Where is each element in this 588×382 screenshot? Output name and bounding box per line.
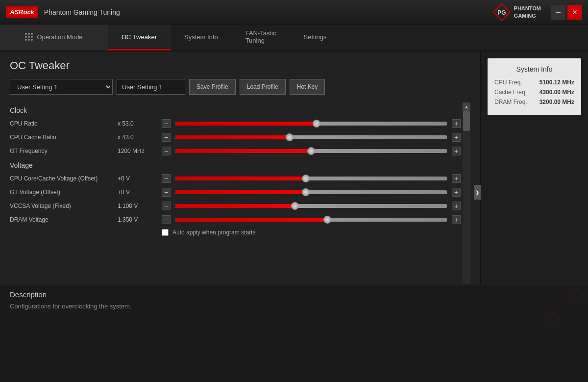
- hot-key-button[interactable]: Hot Key: [290, 79, 325, 95]
- nav-settings-label: Settings: [304, 33, 327, 41]
- nav-operation-label: Operation Mode: [37, 33, 82, 41]
- dram-voltage-track[interactable]: [175, 215, 447, 224]
- pg-icon: PG: [492, 3, 511, 22]
- cache-freq-row: Cache Freq. 4300.00 MHz: [494, 89, 574, 96]
- nav-fan-tastic[interactable]: FAN-TasticTuning: [232, 25, 290, 51]
- profile-name-input[interactable]: [117, 79, 185, 95]
- vccsa-voltage-row: VCCSA Voltage (Fixed) 1.100 V − +: [10, 202, 461, 210]
- dram-voltage-minus[interactable]: −: [162, 215, 171, 224]
- vccsa-voltage-label: VCCSA Voltage (Fixed): [10, 203, 113, 209]
- cpu-cache-ratio-label: CPU Cache Ratio: [10, 134, 113, 141]
- description-text: Configurations for overclocking the syst…: [10, 303, 578, 310]
- nav-oc-tweaker[interactable]: OC Tweaker: [108, 25, 171, 51]
- phantom-gaming-logo: PG PHANTOM GAMING: [492, 3, 541, 22]
- nav-oc-tweaker-label: OC Tweaker: [122, 33, 157, 41]
- gt-voltage-minus[interactable]: −: [162, 188, 171, 197]
- scroll-up-button[interactable]: ▲: [463, 102, 470, 111]
- collapse-button[interactable]: ❯: [474, 185, 481, 200]
- nav-operation-mode[interactable]: Operation Mode: [0, 25, 108, 51]
- gt-frequency-minus[interactable]: −: [162, 147, 171, 155]
- scroll-thumb[interactable]: [463, 111, 470, 131]
- nav-system-info-label: System Info: [184, 33, 218, 41]
- pg-text: PHANTOM GAMING: [514, 5, 541, 19]
- profile-dropdown[interactable]: User Setting 1User Setting 2User Setting…: [10, 79, 113, 95]
- cpu-cache-ratio-plus[interactable]: +: [452, 133, 461, 142]
- voltage-header: Voltage: [10, 161, 461, 169]
- cpu-freq-label: CPU Freq.: [494, 79, 522, 86]
- minimize-button[interactable]: ─: [551, 5, 565, 20]
- save-profile-button[interactable]: Save Profile: [189, 79, 236, 95]
- cpu-ratio-label: CPU Ratio: [10, 120, 113, 127]
- window-controls: PG PHANTOM GAMING ─ ✕: [492, 3, 582, 22]
- gt-voltage-plus[interactable]: +: [452, 188, 461, 197]
- app-title: Phantom Gaming Tuning: [44, 8, 120, 16]
- navbar: Operation Mode OC Tweaker System Info FA…: [0, 25, 588, 51]
- vccsa-voltage-track[interactable]: [175, 202, 447, 210]
- cpu-core-voltage-row: CPU Core/Cache Voltage (Offset) +0 V − +: [10, 174, 461, 183]
- page-title: OC Tweaker: [10, 59, 470, 72]
- cpu-core-voltage-track[interactable]: [175, 174, 447, 183]
- cache-freq-value: 4300.00 MHz: [539, 89, 574, 96]
- gt-voltage-track[interactable]: [175, 188, 447, 197]
- dram-freq-row: DRAM Freq. 3200.00 MHz: [494, 99, 574, 105]
- voltage-section: Voltage CPU Core/Cache Voltage (Offset) …: [10, 161, 461, 224]
- auto-apply-checkbox[interactable]: [162, 229, 169, 236]
- dram-freq-value: 3200.00 MHz: [539, 99, 574, 105]
- cpu-cache-ratio-track[interactable]: [175, 133, 447, 142]
- auto-apply-row: Auto apply when program starts: [10, 229, 461, 236]
- asrock-logo: ASRock: [6, 6, 38, 18]
- title-bar: ASRock Phantom Gaming Tuning PG PHANTOM …: [0, 0, 588, 25]
- vccsa-voltage-minus[interactable]: −: [162, 202, 171, 210]
- cpu-core-voltage-label: CPU Core/Cache Voltage (Offset): [10, 175, 113, 182]
- cpu-freq-value: 5100.12 MHz: [539, 79, 574, 86]
- dram-voltage-label: DRAM Voltage: [10, 216, 113, 223]
- cpu-cache-ratio-value: x 43.0: [118, 134, 157, 141]
- dram-voltage-row: DRAM Voltage 1.350 V − +: [10, 215, 461, 224]
- cpu-cache-ratio-row: CPU Cache Ratio x 43.0 − +: [10, 133, 461, 142]
- cpu-freq-row: CPU Freq. 5100.12 MHz: [494, 79, 574, 86]
- nav-settings[interactable]: Settings: [290, 25, 341, 51]
- dram-voltage-value: 1.350 V: [118, 216, 157, 223]
- nav-system-info[interactable]: System Info: [171, 25, 232, 51]
- dram-voltage-plus[interactable]: +: [452, 215, 461, 224]
- cpu-core-voltage-plus[interactable]: +: [452, 174, 461, 183]
- cpu-core-voltage-minus[interactable]: −: [162, 174, 171, 183]
- gt-frequency-track[interactable]: [175, 147, 447, 155]
- gt-frequency-plus[interactable]: +: [452, 147, 461, 155]
- description-bar: Description Configurations for overclock…: [0, 284, 588, 333]
- main-area: OC Tweaker User Setting 1User Setting 2U…: [0, 51, 588, 333]
- cpu-cache-ratio-minus[interactable]: −: [162, 133, 171, 142]
- cache-freq-label: Cache Freq.: [494, 89, 527, 96]
- cpu-ratio-minus[interactable]: −: [162, 119, 171, 128]
- cpu-ratio-plus[interactable]: +: [452, 119, 461, 128]
- nav-fan-label: FAN-TasticTuning: [245, 29, 276, 44]
- clock-header: Clock: [10, 106, 461, 114]
- system-info-card-title: System Info: [494, 65, 574, 73]
- gt-voltage-label: GT Voltage (Offset): [10, 189, 113, 196]
- close-button[interactable]: ✕: [567, 5, 582, 20]
- cpu-ratio-row: CPU Ratio x 53.0 − +: [10, 119, 461, 128]
- dram-freq-label: DRAM Freq.: [494, 99, 527, 105]
- cpu-ratio-track[interactable]: [175, 119, 447, 128]
- nav-dots-icon: [25, 33, 33, 41]
- description-title: Description: [10, 290, 578, 299]
- cpu-ratio-value: x 53.0: [118, 120, 157, 127]
- gt-frequency-value: 1200 MHz: [118, 148, 157, 154]
- gt-frequency-label: GT Frequency: [10, 148, 113, 154]
- gt-voltage-row: GT Voltage (Offset) +0 V − +: [10, 188, 461, 197]
- clock-section: Clock CPU Ratio x 53.0 − +: [10, 106, 461, 155]
- system-info-card: System Info CPU Freq. 5100.12 MHz Cache …: [488, 58, 581, 115]
- svg-text:PG: PG: [497, 9, 506, 16]
- page-title-area: OC Tweaker: [10, 59, 470, 72]
- vccsa-voltage-plus[interactable]: +: [452, 202, 461, 210]
- cpu-core-voltage-value: +0 V: [118, 175, 157, 182]
- gt-frequency-row: GT Frequency 1200 MHz − +: [10, 147, 461, 155]
- logo-area: ASRock Phantom Gaming Tuning: [6, 6, 120, 18]
- auto-apply-label: Auto apply when program starts: [172, 229, 255, 236]
- gt-voltage-value: +0 V: [118, 189, 157, 196]
- profile-bar: User Setting 1User Setting 2User Setting…: [10, 79, 470, 95]
- vccsa-voltage-value: 1.100 V: [118, 203, 157, 209]
- load-profile-button[interactable]: Load Profile: [240, 79, 286, 95]
